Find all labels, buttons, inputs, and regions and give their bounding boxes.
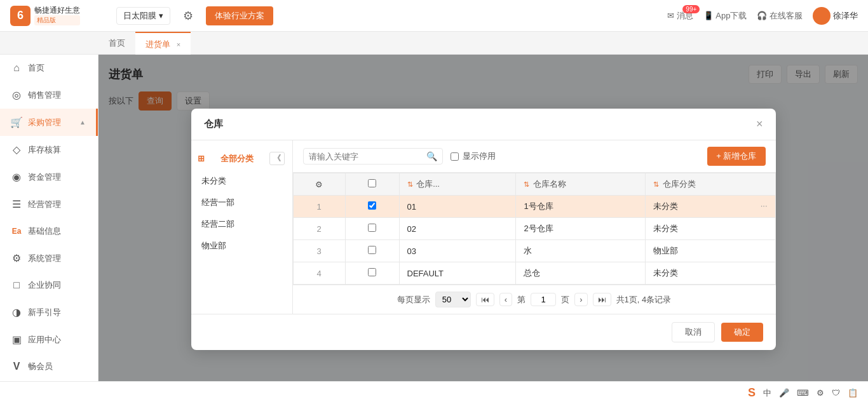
bottom-settings-icon[interactable]: ⚙ [817, 388, 824, 398]
header-right: ✉ 消息 99+ 📱 App下载 🎧 在线客服 徐泽华 [667, 7, 858, 25]
category-item-property[interactable]: 物业部 [191, 235, 292, 257]
row-code: 03 [399, 240, 516, 262]
tab-home[interactable]: 首页 [98, 32, 135, 55]
sidebar-item-system[interactable]: ⚙ 系统管理 [0, 245, 98, 272]
top-header: 6 畅捷通好生意 精品版 日太阳膜 ▾ ⚙ 体验行业方案 ✉ 消息 99+ 📱 … [0, 0, 868, 32]
sidebar-item-apps[interactable]: ▣ 应用中心 [0, 326, 98, 353]
row-num: 3 [293, 240, 345, 262]
apps-icon: ▣ [10, 333, 23, 346]
sidebar-label-system: 系统管理 [28, 253, 61, 264]
row-num: 4 [293, 262, 345, 285]
show-disabled-checkbox[interactable]: 显示停用 [451, 151, 496, 162]
sidebar-label-vip: 畅会员 [28, 361, 53, 372]
nav-tabs: 首页 进货单 × [0, 32, 868, 55]
sidebar-label-apps: 应用中心 [28, 334, 61, 346]
home-icon: ⌂ [10, 62, 23, 74]
row-num: 2 [293, 218, 345, 240]
row-code: 02 [399, 218, 516, 240]
settings-icon[interactable]: ⚙ [178, 9, 198, 23]
sidebar-item-inventory[interactable]: ◇ 库存核算 [0, 136, 98, 163]
confirm-button[interactable]: 确定 [721, 323, 763, 342]
industry-button[interactable]: 体验行业方案 [206, 6, 273, 25]
sidebar-label-guide: 新手引导 [28, 307, 61, 318]
last-page-button[interactable]: ⏭ [593, 293, 611, 306]
page-input[interactable] [531, 293, 556, 306]
modal-body: ⊞ 全部分类 《 未分类 经营一部 经营二部 物业部 [191, 140, 776, 314]
bottom-keyboard-icon[interactable]: ⌨ [797, 388, 809, 398]
username: 徐泽华 [833, 10, 858, 22]
category-item-dept2[interactable]: 经营二部 [191, 213, 292, 235]
row-ellipsis[interactable]: ··· [761, 201, 768, 210]
sidebar-item-sales[interactable]: ◎ 销售管理 [0, 81, 98, 109]
avatar [813, 7, 831, 25]
sidebar-item-purchase[interactable]: 🛒 采购管理 ▲ [0, 109, 98, 136]
row-checkbox[interactable] [345, 240, 399, 262]
show-disabled-input[interactable] [451, 152, 459, 161]
sidebar-label-home: 首页 [28, 62, 44, 74]
modal-close-button[interactable]: × [756, 118, 763, 131]
search-input[interactable] [309, 152, 423, 161]
sidebar-item-basic[interactable]: Ea 基础信息 [0, 218, 98, 245]
cancel-button[interactable]: 取消 [672, 322, 715, 342]
store-selector[interactable]: 日太阳膜 ▾ [116, 7, 170, 25]
row-category: 未分类··· [646, 196, 775, 218]
table-header-category[interactable]: ⇅ 仓库分类 [646, 173, 775, 196]
category-header-label: 全部分类 [220, 153, 254, 165]
sidebar-item-home[interactable]: ⌂ 首页 [0, 55, 98, 81]
bottom-tool1[interactable]: 🛡 [832, 388, 840, 398]
next-page-button[interactable]: › [574, 293, 587, 306]
prev-page-button[interactable]: ‹ [499, 293, 512, 306]
purchase-icon: 🛒 [10, 116, 23, 128]
table-row[interactable]: 4 DEFAULT 总仓 未分类 [293, 262, 775, 285]
inventory-icon: ◇ [10, 144, 23, 156]
table-row[interactable]: 3 03 水 物业部 [293, 240, 775, 262]
messages-badge: 99+ [682, 5, 700, 13]
category-header[interactable]: ⊞ 全部分类 《 [191, 147, 292, 170]
row-checkbox[interactable] [345, 218, 399, 240]
bottom-mic-icon[interactable]: 🎤 [779, 388, 789, 398]
search-icon: 🔍 [426, 151, 437, 161]
app-download-link[interactable]: 📱 App下载 [703, 10, 747, 22]
sidebar-label-basic: 基础信息 [28, 226, 61, 237]
system-icon: ⚙ [10, 252, 23, 264]
table-header-name[interactable]: ⇅ 仓库名称 [516, 173, 646, 196]
basic-icon: Ea [10, 227, 23, 236]
page-suffix: 页 [561, 294, 569, 306]
headset-icon: 🎧 [757, 11, 767, 20]
per-page-select[interactable]: 50 10 20 100 [435, 292, 471, 307]
sidebar-item-finance[interactable]: ◉ 资金管理 [0, 163, 98, 191]
row-checkbox[interactable] [345, 196, 399, 218]
warehouse-table-area: ⚙ ⇅ 仓库... ⇅ 仓库名称 [293, 173, 776, 285]
table-header-gear: ⚙ [293, 173, 345, 196]
sidebar-label-finance: 资金管理 [28, 172, 61, 183]
sidebar-item-guide[interactable]: ◑ 新手引导 [0, 299, 98, 326]
table-row[interactable]: 2 02 2号仓库 未分类 [293, 218, 775, 240]
tab-close-icon[interactable]: × [177, 41, 180, 48]
modal-title: 仓库 [204, 118, 223, 130]
sidebar: ⌂ 首页 ◎ 销售管理 🛒 采购管理 ▲ ◇ 库存核算 ◉ 资金管理 ☰ 经营管… [0, 55, 98, 404]
first-page-button[interactable]: ⏮ [476, 293, 494, 306]
tab-purchase[interactable]: 进货单 × [135, 32, 191, 55]
collapse-icon[interactable]: 《 [269, 152, 285, 165]
sidebar-item-enterprise[interactable]: □ 企业协同 [0, 272, 98, 299]
sidebar-label-sales: 销售管理 [28, 90, 61, 101]
add-warehouse-button[interactable]: + 新增仓库 [707, 147, 765, 166]
table-row[interactable]: 1 01 1号仓库 未分类··· [293, 196, 775, 218]
category-item-dept1[interactable]: 经营一部 [191, 192, 292, 213]
bottom-tool2[interactable]: 📋 [848, 388, 858, 398]
category-item-unclassified[interactable]: 未分类 [191, 170, 292, 192]
row-name: 总仓 [516, 262, 646, 285]
row-checkbox[interactable] [345, 262, 399, 285]
sidebar-item-business[interactable]: ☰ 经营管理 [0, 191, 98, 218]
table-header-checkbox[interactable] [345, 173, 399, 196]
chevron-down-icon: ▾ [159, 11, 163, 20]
bottom-lang[interactable]: 中 [763, 387, 771, 399]
messages-button[interactable]: ✉ 消息 99+ [667, 10, 693, 22]
sidebar-item-vip[interactable]: V 畅会员 [0, 353, 98, 380]
header-icons: 📱 App下载 🎧 在线客服 [703, 10, 803, 22]
service-link[interactable]: 🎧 在线客服 [757, 10, 803, 22]
warehouse-modal: 仓库 × ⊞ 全部分类 《 未分类 经营一部 经营二部 [191, 109, 776, 350]
select-all-checkbox[interactable] [368, 179, 376, 187]
table-header-code[interactable]: ⇅ 仓库... [399, 173, 516, 196]
user-area[interactable]: 徐泽华 [813, 7, 858, 25]
